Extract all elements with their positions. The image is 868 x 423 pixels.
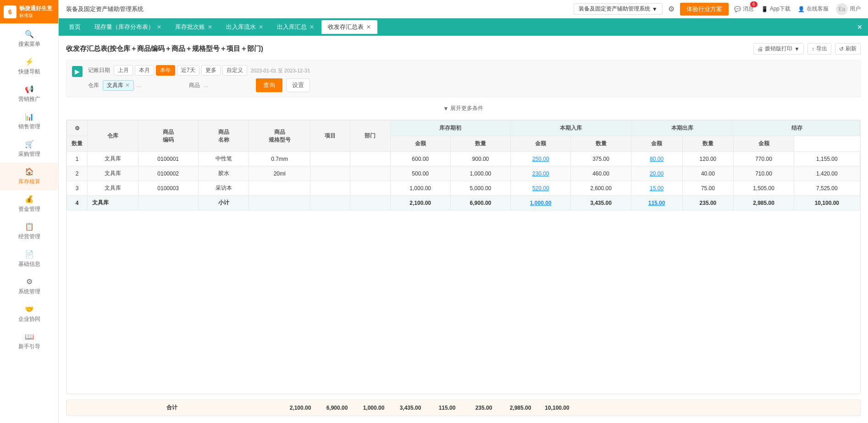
print-btn[interactable]: 🖨 拨销版打印 ▼: [753, 43, 804, 55]
date-btn-近7天[interactable]: 近7天: [177, 65, 199, 76]
goods-more-btn[interactable]: ...: [204, 82, 208, 88]
th-out-group: 本期出库: [631, 121, 734, 136]
sidebar-item-label: 基础信息: [18, 260, 40, 268]
th-out-qty: 数量: [571, 136, 631, 152]
page-title: 收发存汇总表(按仓库＋商品编码＋商品＋规格型号＋项目＋部门): [66, 44, 263, 53]
tab-close-btn[interactable]: ✕: [366, 24, 371, 30]
tab-label: 库存批次账: [175, 23, 205, 31]
warehouse-tag-close-btn[interactable]: ✕: [125, 82, 130, 88]
footer-total: 合计 2,100.00 6,900.00 1,000.00 3,435.00 1…: [66, 400, 861, 416]
expand-conditions-btn[interactable]: ▼ 展开更多条件: [443, 104, 484, 112]
cell-link[interactable]: 250.00: [532, 156, 549, 162]
basic-icon: 📄: [25, 250, 34, 258]
date-btn-自定义[interactable]: 自定义: [222, 65, 247, 76]
sidebar-item-enterprise[interactable]: 🤝企业协同: [0, 300, 58, 328]
message-icon: 💬: [734, 6, 741, 12]
date-btn-更多[interactable]: 更多: [201, 65, 221, 76]
experience-btn[interactable]: 体验行业方案: [680, 3, 729, 16]
warehouse-tag[interactable]: 文具库 ✕: [103, 80, 134, 91]
sidebar-item-label: 新手引导: [18, 343, 40, 351]
sales-icon: 📊: [25, 112, 34, 121]
print-icon: 🖨: [757, 46, 763, 52]
user-btn[interactable]: Ea 用户: [836, 3, 861, 15]
cell-link[interactable]: 20.00: [650, 170, 663, 177]
tab-batch_account[interactable]: 库存批次账✕: [169, 20, 219, 34]
cell-link[interactable]: 115.00: [648, 200, 665, 206]
warehouse-more-btn[interactable]: ...: [137, 82, 141, 88]
table-settings-btn[interactable]: 设置: [286, 78, 310, 92]
table-row: 4文具库小计2,100.006,900.001,000.003,435.0011…: [67, 196, 860, 210]
query-btn[interactable]: 查询: [256, 78, 282, 92]
tab-inout_summary[interactable]: 出入库汇总✕: [271, 20, 321, 34]
th-balance-amt: 金额: [734, 136, 794, 152]
tab-close-btn[interactable]: ✕: [310, 24, 314, 30]
date-filter-label: 记账日期: [88, 66, 110, 74]
sidebar-item-guide[interactable]: 📖新手引导: [0, 328, 58, 355]
tab-close-btn[interactable]: ✕: [208, 24, 212, 30]
export-btn[interactable]: ↑ 导出: [807, 43, 831, 55]
cell-link[interactable]: 1,000.00: [530, 200, 552, 206]
system-dropdown[interactable]: 装备及固定资产辅助管理系统 ▼: [574, 3, 663, 15]
th-settings[interactable]: ⚙: [67, 121, 88, 136]
message-btn[interactable]: 💬 消息 6: [734, 5, 754, 13]
footer-opening-qty: 2,100.00: [282, 405, 319, 411]
avatar: Ea: [836, 3, 848, 15]
tab-home[interactable]: 首页: [62, 20, 87, 34]
page-area: 收发存汇总表(按仓库＋商品编码＋商品＋规格型号＋项目＋部门) 🖨 拨销版打印 ▼…: [59, 36, 868, 423]
th-opening-group: 库存期初: [390, 121, 511, 136]
date-btn-本年[interactable]: 本年: [156, 65, 175, 76]
inventory-icon: 🏠: [25, 167, 34, 176]
sidebar-item-sales[interactable]: 📊销售管理: [0, 108, 58, 135]
th-in-group: 本期入库: [511, 121, 631, 136]
tab-label: 现存量（库存分布表）: [94, 23, 154, 31]
logo-icon: 6: [4, 5, 17, 18]
settings-icon[interactable]: ⚙: [668, 5, 674, 13]
table-row: 3文具库0100003采访本1,000.005,000.00520.002,60…: [67, 181, 860, 196]
cell-link[interactable]: 15.00: [650, 185, 663, 192]
sidebar-item-purchase[interactable]: 🛒采购管理: [0, 135, 58, 163]
guide-icon: 📖: [25, 332, 34, 341]
footer-out-qty: 115.00: [429, 405, 465, 411]
tab-close-btn[interactable]: ✕: [259, 24, 263, 30]
online-support-btn[interactable]: 👤 在线客服: [798, 5, 829, 13]
sidebar-item-quick[interactable]: ⚡快捷导航: [0, 53, 58, 80]
date-btn-上月[interactable]: 上月: [114, 65, 133, 76]
filter-section: 记账日期 上月本月本年近7天更多自定义 2023-01-01 至 2023-12…: [88, 65, 310, 92]
cell-link[interactable]: 80.00: [650, 156, 663, 162]
date-btn-本月[interactable]: 本月: [135, 65, 154, 76]
sidebar-item-basic[interactable]: 📄基础信息: [0, 245, 58, 273]
filter-toggle-btn[interactable]: ▶: [72, 66, 83, 77]
tab-inout_flow[interactable]: 出入库流水✕: [220, 20, 270, 34]
app-download-btn[interactable]: 📱 App下载: [761, 5, 791, 13]
tab-label: 出入库流水: [226, 23, 256, 31]
tab-label: 首页: [69, 23, 81, 31]
th-name: 商品名称: [198, 121, 249, 152]
footer-in-amt: 3,435.00: [392, 405, 429, 411]
sidebar-item-finance[interactable]: 💰资金管理: [0, 190, 58, 218]
marketing-icon: 📢: [25, 85, 34, 93]
tabbar: 首页现存量（库存分布表）✕库存批次账✕出入库流水✕出入库汇总✕收发存汇总表✕✕: [59, 18, 868, 36]
close-all-tabs-btn[interactable]: ✕: [855, 22, 864, 33]
tab-close-btn[interactable]: ✕: [157, 24, 161, 30]
refresh-btn[interactable]: ↺ 刷新: [835, 43, 861, 55]
system-title: 装备及固定资产辅助管理系统: [66, 5, 568, 13]
sidebar-item-marketing[interactable]: 📢营销推广: [0, 80, 58, 108]
tab-recv_send_summary[interactable]: 收发存汇总表✕: [321, 20, 377, 34]
topbar: 装备及固定资产辅助管理系统 装备及固定资产辅助管理系统 ▼ ⚙ 体验行业方案 💬…: [59, 0, 868, 18]
cell-link[interactable]: 230.00: [532, 170, 549, 177]
main-content: 装备及固定资产辅助管理系统 装备及固定资产辅助管理系统 ▼ ⚙ 体验行业方案 💬…: [59, 0, 868, 423]
logo[interactable]: 6 畅捷通好生意 标准版: [0, 0, 58, 23]
sidebar-item-system[interactable]: ⚙系统管理: [0, 273, 58, 300]
sidebar-item-label: 库存核算: [18, 178, 40, 186]
download-icon: 📱: [761, 6, 768, 12]
sidebar-item-search[interactable]: 🔍搜索菜单: [0, 25, 58, 53]
sidebar-item-operations[interactable]: 📋经营管理: [0, 218, 58, 245]
date-options: 上月本月本年近7天更多自定义: [114, 65, 247, 76]
enterprise-icon: 🤝: [25, 305, 34, 313]
cell-link[interactable]: 520.00: [532, 185, 549, 192]
warehouse-filter-label: 仓库: [88, 82, 99, 89]
data-table: ⚙ 仓库 商品编码 商品名称 商品规格型号 项目 部门 库存期初 本期入库 本期…: [66, 120, 860, 210]
sidebar-item-inventory[interactable]: 🏠库存核算: [0, 163, 58, 190]
tab-inventory_dist[interactable]: 现存量（库存分布表）✕: [88, 20, 168, 34]
finance-icon: 💰: [25, 195, 34, 203]
